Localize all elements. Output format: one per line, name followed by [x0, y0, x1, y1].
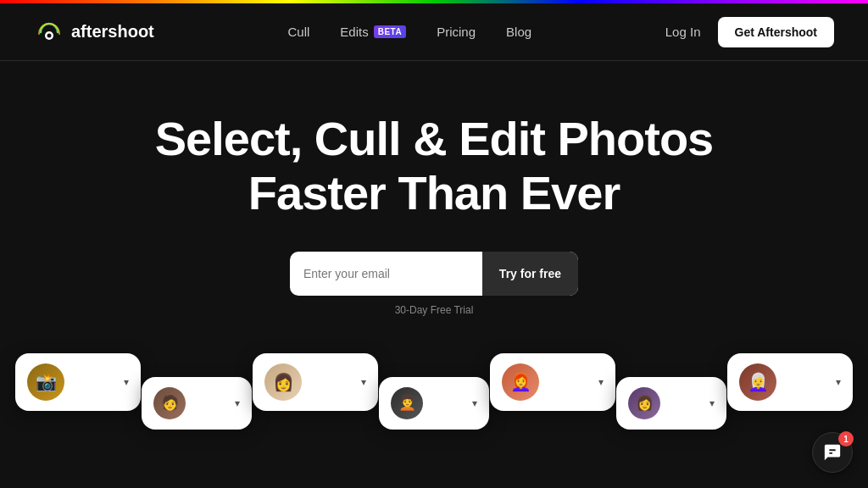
nav-blog[interactable]: Blog: [506, 25, 531, 39]
avatar-card-2[interactable]: 🧑 ▾: [142, 377, 252, 430]
logo-text: aftershoot: [71, 22, 154, 42]
avatar-card-3[interactable]: 👩 ▾: [253, 353, 378, 411]
chevron-down-icon-6: ▾: [709, 397, 715, 409]
avatar-card-5[interactable]: 👩‍🦰 ▾: [490, 353, 615, 411]
logo-icon: [34, 17, 64, 47]
chevron-down-icon-5: ▾: [598, 376, 604, 388]
avatar-image-5: 👩‍🦰: [502, 363, 539, 401]
support-badge: 1: [838, 431, 854, 446]
hero-section: Select, Cull & Edit Photos Faster Than E…: [0, 61, 868, 455]
nav-cull[interactable]: Cull: [288, 25, 310, 39]
try-free-button[interactable]: Try for free: [482, 252, 578, 296]
nav-edits-label: Edits: [340, 25, 368, 39]
chevron-down-icon-2: ▾: [235, 397, 240, 409]
get-aftershoot-button[interactable]: Get Aftershoot: [718, 17, 834, 47]
support-icon: [823, 443, 842, 462]
chevron-down-icon-7: ▾: [836, 376, 841, 388]
avatar-card-1[interactable]: 📸 ▾: [15, 353, 141, 411]
chevron-down-icon-1: ▾: [124, 376, 129, 388]
avatar-image-2: 🧑: [153, 387, 186, 419]
avatars-row: 📸 ▾ 🧑 ▾ 👩 ▾ 🧑‍🦱 ▾ �: [0, 353, 868, 455]
avatar-image-7: 👩‍🦳: [739, 363, 776, 401]
navbar: aftershoot Cull Edits BETA Pricing Blog …: [0, 3, 868, 61]
email-input[interactable]: [290, 252, 482, 296]
hero-title-line2: Faster Than Ever: [248, 166, 620, 219]
nav-pricing[interactable]: Pricing: [437, 25, 476, 39]
chevron-down-icon-4: ▾: [472, 397, 477, 409]
hero-title: Select, Cull & Edit Photos Faster Than E…: [155, 112, 714, 221]
avatar-image-6: 👩: [628, 387, 660, 419]
svg-point-2: [47, 33, 52, 37]
nav-actions: Log In Get Aftershoot: [665, 17, 834, 47]
avatar-card-7[interactable]: 👩‍🦳 ▾: [727, 353, 853, 411]
nav-edits[interactable]: Edits BETA: [340, 25, 406, 39]
avatar-card-6[interactable]: 👩 ▾: [616, 377, 726, 430]
support-widget[interactable]: 1: [812, 432, 853, 473]
email-form: Try for free: [290, 252, 578, 296]
login-button[interactable]: Log In: [665, 25, 701, 39]
chevron-down-icon-3: ▾: [361, 376, 366, 388]
nav-links: Cull Edits BETA Pricing Blog: [288, 25, 532, 39]
avatar-card-4[interactable]: 🧑‍🦱 ▾: [379, 377, 489, 430]
avatar-image-4: 🧑‍🦱: [391, 387, 423, 419]
logo[interactable]: aftershoot: [34, 17, 154, 47]
hero-title-line1: Select, Cull & Edit Photos: [155, 112, 714, 165]
avatar-image-1: 📸: [27, 363, 64, 401]
beta-badge: BETA: [374, 25, 406, 38]
free-trial-label: 30-Day Free Trial: [395, 304, 474, 316]
avatar-image-3: 👩: [264, 363, 302, 401]
